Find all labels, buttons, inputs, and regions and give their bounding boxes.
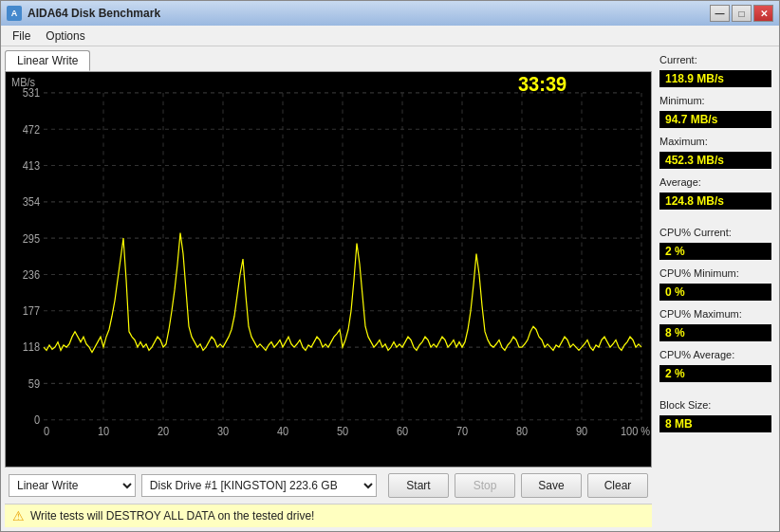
main-window: A AIDA64 Disk Benchmark — □ ✕ File Optio… xyxy=(0,0,780,532)
svg-text:0: 0 xyxy=(44,426,49,438)
warning-text: Write tests will DESTROY ALL DATA on the… xyxy=(30,509,314,523)
chart-area: Linear Write xyxy=(1,46,656,531)
svg-text:413: 413 xyxy=(23,159,40,172)
svg-text:30: 30 xyxy=(217,426,229,438)
cpu-maximum-value: 8 % xyxy=(659,324,771,341)
svg-text:20: 20 xyxy=(158,426,169,438)
block-size-label: Block Size: xyxy=(659,399,771,411)
svg-text:33:39: 33:39 xyxy=(518,72,566,95)
maximum-label: Maximum: xyxy=(659,136,771,147)
average-value: 124.8 MB/s xyxy=(659,193,771,210)
chart-container: 531 472 413 354 295 236 177 118 59 0 MB/… xyxy=(5,71,652,468)
chart-svg: 531 472 413 354 295 236 177 118 59 0 MB/… xyxy=(6,72,651,467)
cpu-current-value: 2 % xyxy=(659,243,771,260)
maximize-button[interactable]: □ xyxy=(732,5,752,22)
cpu-minimum-value: 0 % xyxy=(659,284,771,301)
cpu-maximum-label: CPU% Maximum: xyxy=(659,308,771,320)
svg-text:59: 59 xyxy=(28,377,40,390)
svg-text:295: 295 xyxy=(23,232,40,245)
svg-text:90: 90 xyxy=(576,426,587,438)
cpu-current-label: CPU% Current: xyxy=(659,227,771,238)
side-panel: Current: 118.9 MB/s Minimum: 94.7 MB/s M… xyxy=(656,46,779,531)
svg-text:60: 60 xyxy=(397,426,408,438)
tab-linear-write[interactable]: Linear Write xyxy=(5,50,90,71)
average-label: Average: xyxy=(659,176,771,188)
minimize-button[interactable]: — xyxy=(710,5,730,22)
svg-text:10: 10 xyxy=(98,426,109,438)
svg-text:177: 177 xyxy=(23,305,40,318)
menu-options[interactable]: Options xyxy=(38,28,92,45)
drive-select[interactable]: Disk Drive #1 [KINGSTON] 223.6 GB xyxy=(141,474,377,497)
svg-text:472: 472 xyxy=(23,123,40,136)
svg-text:50: 50 xyxy=(337,426,348,438)
svg-text:118: 118 xyxy=(23,341,40,354)
svg-text:0: 0 xyxy=(34,414,40,427)
svg-text:MB/s: MB/s xyxy=(11,77,35,89)
tab-bar: Linear Write xyxy=(5,50,652,71)
current-label: Current: xyxy=(659,54,771,65)
cpu-average-label: CPU% Average: xyxy=(659,349,771,360)
cpu-minimum-label: CPU% Minimum: xyxy=(659,267,771,279)
block-size-value: 8 MB xyxy=(659,415,771,432)
svg-text:80: 80 xyxy=(516,426,528,438)
warning-bar: ⚠ Write tests will DESTROY ALL DATA on t… xyxy=(5,504,652,527)
title-bar-left: A AIDA64 Disk Benchmark xyxy=(7,6,160,21)
minimum-value: 94.7 MB/s xyxy=(659,111,771,128)
start-button[interactable]: Start xyxy=(388,473,449,498)
svg-text:354: 354 xyxy=(23,196,41,209)
test-type-select[interactable]: Linear Write xyxy=(9,474,136,497)
save-button[interactable]: Save xyxy=(521,473,582,498)
title-buttons: — □ ✕ xyxy=(710,5,773,22)
cpu-average-value: 2 % xyxy=(659,365,771,382)
menu-file[interactable]: File xyxy=(5,28,38,45)
title-bar: A AIDA64 Disk Benchmark — □ ✕ xyxy=(1,1,779,26)
current-value: 118.9 MB/s xyxy=(659,70,771,87)
main-content: Linear Write xyxy=(1,46,779,531)
stop-button[interactable]: Stop xyxy=(455,473,515,498)
warning-icon: ⚠ xyxy=(12,508,25,523)
maximum-value: 452.3 MB/s xyxy=(659,152,771,169)
svg-text:236: 236 xyxy=(23,268,40,281)
minimum-label: Minimum: xyxy=(659,95,771,106)
app-icon: A xyxy=(7,6,22,21)
window-title: AIDA64 Disk Benchmark xyxy=(28,7,160,20)
svg-text:531: 531 xyxy=(23,87,40,100)
svg-text:40: 40 xyxy=(277,426,288,438)
clear-button[interactable]: Clear xyxy=(587,473,648,498)
svg-text:70: 70 xyxy=(456,426,468,438)
close-button[interactable]: ✕ xyxy=(753,5,773,22)
svg-text:100 %: 100 % xyxy=(621,426,650,438)
menu-bar: File Options xyxy=(1,26,779,46)
controls-bar: Linear Write Disk Drive #1 [KINGSTON] 22… xyxy=(5,468,652,504)
